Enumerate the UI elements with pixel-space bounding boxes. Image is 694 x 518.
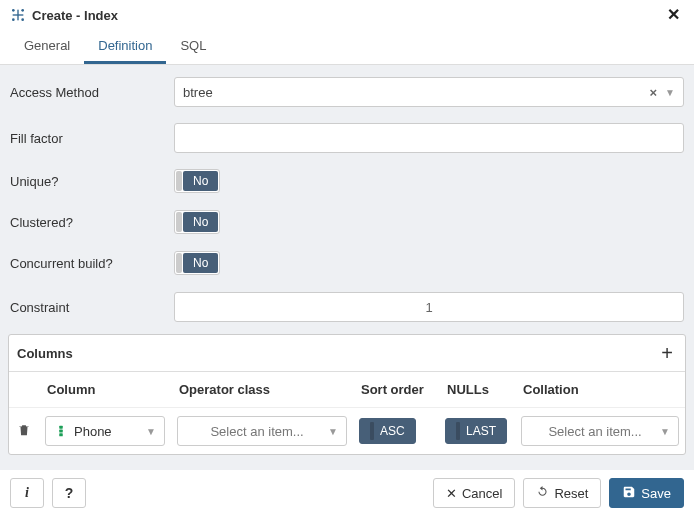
label-concurrent: Concurrent build? [10,256,174,271]
svg-rect-7 [59,430,63,433]
opclass-select[interactable]: Select an item... ▼ [177,416,347,446]
label-unique: Unique? [10,174,174,189]
close-icon: ✕ [667,6,680,23]
label-access-method: Access Method [10,85,174,100]
sort-order-toggle[interactable]: ASC [359,418,416,444]
dialog-title: Create - Index [32,8,663,23]
table-row: Phone ▼ Select an item... ▼ ASC [9,408,685,455]
svg-point-1 [21,9,24,12]
th-column: Column [39,372,171,408]
collation-select[interactable]: Select an item... ▼ [521,416,679,446]
clear-icon[interactable]: × [650,85,658,100]
chevron-down-icon: ▼ [660,426,670,437]
chevron-down-icon: ▼ [146,426,156,437]
info-button[interactable]: i [10,478,44,508]
delete-row-button[interactable] [15,421,33,442]
unique-toggle[interactable]: No [174,169,220,193]
opclass-placeholder: Select an item... [186,424,328,439]
chevron-down-icon: ▼ [665,87,675,98]
toggle-handle [176,171,182,191]
add-column-button[interactable]: + [657,343,677,363]
info-icon: i [25,485,29,501]
close-button[interactable]: ✕ [663,7,684,23]
plus-icon: + [661,342,673,364]
tabs: General Definition SQL [0,30,694,65]
label-constraint: Constraint [10,300,174,315]
unique-toggle-label: No [183,171,218,191]
close-icon: ✕ [446,486,457,501]
reset-button[interactable]: Reset [523,478,601,508]
save-button[interactable]: Save [609,478,684,508]
index-icon [10,7,26,23]
svg-point-3 [21,18,24,21]
concurrent-toggle-label: No [183,253,218,273]
tab-definition[interactable]: Definition [84,30,166,64]
help-button[interactable]: ? [52,478,86,508]
tab-sql[interactable]: SQL [166,30,220,64]
label-fill-factor: Fill factor [10,131,174,146]
columns-header: Columns [17,346,657,361]
th-opclass: Operator class [171,372,353,408]
help-icon: ? [65,485,74,501]
reset-icon [536,485,549,501]
constraint-input[interactable] [174,292,684,322]
svg-rect-6 [59,426,63,429]
nulls-toggle[interactable]: LAST [445,418,507,444]
chevron-down-icon: ▼ [328,426,338,437]
column-value: Phone [74,424,112,439]
concurrent-toggle[interactable]: No [174,251,220,275]
th-collation: Collation [515,372,685,408]
toggle-handle [176,212,182,232]
clustered-toggle-label: No [183,212,218,232]
svg-rect-5 [17,10,18,21]
column-icon [54,424,68,438]
th-nulls: NULLs [439,372,515,408]
collation-placeholder: Select an item... [530,424,660,439]
label-clustered: Clustered? [10,215,174,230]
fill-factor-input[interactable] [174,123,684,153]
save-icon [622,485,636,502]
th-sort: Sort order [353,372,439,408]
tab-general[interactable]: General [10,30,84,64]
access-method-select[interactable]: btree × ▼ [174,77,684,107]
svg-point-0 [12,9,15,12]
column-select[interactable]: Phone ▼ [45,416,165,446]
svg-rect-8 [59,433,63,436]
svg-point-2 [12,18,15,21]
clustered-toggle[interactable]: No [174,210,220,234]
toggle-handle [176,253,182,273]
columns-table: Column Operator class Sort order NULLs C… [9,372,685,454]
cancel-button[interactable]: ✕ Cancel [433,478,515,508]
trash-icon [17,425,31,440]
access-method-value: btree [183,85,650,100]
